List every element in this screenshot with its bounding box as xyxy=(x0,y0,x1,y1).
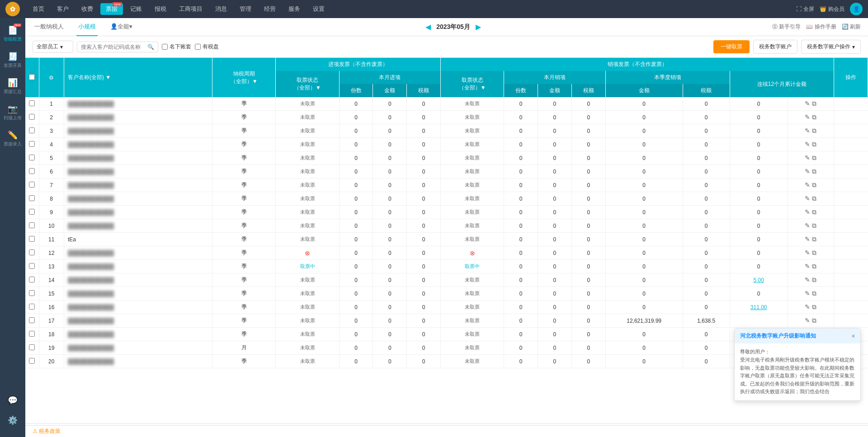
edit-icon[interactable]: ✎ xyxy=(805,141,810,148)
copy-icon[interactable]: ⧉ xyxy=(812,100,816,108)
row-checkbox[interactable] xyxy=(29,100,35,106)
copy-icon[interactable]: ⧉ xyxy=(812,249,816,257)
nav-accounting[interactable]: 记账 xyxy=(125,3,147,15)
row-checkbox[interactable] xyxy=(29,277,35,282)
row-checkbox[interactable] xyxy=(29,141,35,147)
nav-ticket[interactable]: 票据 new xyxy=(100,3,123,15)
edit-icon[interactable]: ✎ xyxy=(805,222,810,230)
edit-icon[interactable]: ✎ xyxy=(805,181,810,189)
copy-icon[interactable]: ⧉ xyxy=(812,168,816,175)
tab-general-taxpayer[interactable]: 一般纳税人 xyxy=(33,18,66,36)
edit-icon[interactable]: ✎ xyxy=(805,195,810,202)
row-checkbox[interactable] xyxy=(29,222,35,228)
row-checkbox[interactable] xyxy=(29,344,35,350)
edit-icon[interactable]: ✎ xyxy=(805,208,810,216)
nav-message[interactable]: 消息 xyxy=(210,3,232,15)
nav-customer[interactable]: 客户 xyxy=(52,3,74,15)
edit-icon[interactable]: ✎ xyxy=(805,154,810,162)
sidebar-item-gear[interactable]: ⚙️ xyxy=(6,412,19,430)
th-customer-name[interactable]: 客户名称(全部) ▼ xyxy=(64,58,212,97)
search-input[interactable] xyxy=(81,44,147,50)
prev-date-button[interactable]: ◀ xyxy=(425,23,431,31)
digital-account-button[interactable]: 税务数字账户 xyxy=(753,40,797,54)
row-checkbox[interactable] xyxy=(29,195,35,201)
row-checkbox[interactable] xyxy=(29,182,35,188)
digital-account-dropdown[interactable]: 税务数字账户操作 ▾ xyxy=(801,40,861,54)
tax-disk-checkbox[interactable] xyxy=(195,44,201,50)
copy-icon[interactable]: ⧉ xyxy=(812,263,816,270)
edit-icon[interactable]: ✎ xyxy=(805,100,810,108)
sidebar-item-summary[interactable]: 📊 票据汇总 xyxy=(0,74,25,99)
nav-tax[interactable]: 报税 xyxy=(149,3,172,15)
copy-icon[interactable]: ⧉ xyxy=(812,127,816,135)
row-checkbox[interactable] xyxy=(29,290,35,296)
sidebar-item-entry[interactable]: ✏️ 票据录入 xyxy=(0,127,25,151)
guide-link[interactable]: ⓪ 新手引导 xyxy=(772,23,801,31)
row-checkbox[interactable] xyxy=(29,358,35,364)
row-checkbox[interactable] xyxy=(29,331,35,337)
row-checkbox[interactable] xyxy=(29,317,35,323)
edit-icon[interactable]: ✎ xyxy=(805,303,810,311)
edit-icon[interactable]: ✎ xyxy=(805,168,810,175)
copy-icon[interactable]: ⧉ xyxy=(812,290,816,297)
member-button[interactable]: 👑 购会员 xyxy=(820,5,844,13)
sidebar-item-chat[interactable]: 💬 xyxy=(6,392,19,410)
next-date-button[interactable]: ▶ xyxy=(476,23,481,31)
copy-icon[interactable]: ⧉ xyxy=(812,154,816,162)
fullscreen-button[interactable]: ⛶ 全屏 xyxy=(796,5,814,13)
copy-icon[interactable]: ⧉ xyxy=(812,195,816,202)
sidebar-item-smart-ticket[interactable]: 📄 智能取票 xyxy=(0,22,25,46)
copy-icon[interactable]: ⧉ xyxy=(812,303,816,311)
tax-policy-bar[interactable]: ⚠ 税务政策 xyxy=(25,425,868,437)
sidebar-item-scan[interactable]: 📷 扫描上传 xyxy=(0,100,25,125)
row-checkbox[interactable] xyxy=(29,114,35,120)
edit-icon[interactable]: ✎ xyxy=(805,290,810,297)
row-checkbox[interactable] xyxy=(29,249,35,255)
checkbox-tax-disk[interactable]: 有税盘 xyxy=(195,43,219,51)
sub-account-checkbox[interactable] xyxy=(162,44,168,50)
sidebar-item-invoice[interactable]: 🧾 发票开具 xyxy=(0,48,25,72)
row-checkbox[interactable] xyxy=(29,209,35,215)
copy-icon[interactable]: ⧉ xyxy=(812,276,816,284)
checkbox-sub-account[interactable]: 名下账套 xyxy=(162,43,191,51)
copy-icon[interactable]: ⧉ xyxy=(812,208,816,216)
edit-icon[interactable]: ✎ xyxy=(805,263,810,270)
row-checkbox[interactable] xyxy=(29,304,35,310)
edit-icon[interactable]: ✎ xyxy=(805,249,810,257)
notification-close-button[interactable]: × xyxy=(852,333,855,339)
edit-icon[interactable]: ✎ xyxy=(805,317,810,324)
nav-manage[interactable]: 管理 xyxy=(234,3,257,15)
edit-icon[interactable]: ✎ xyxy=(805,235,810,243)
copy-icon[interactable]: ⧉ xyxy=(812,141,816,148)
nav-operation[interactable]: 经营 xyxy=(259,3,281,15)
row-checkbox[interactable] xyxy=(29,263,35,269)
select-all-checkbox[interactable] xyxy=(29,74,35,80)
nav-fee[interactable]: 收费 xyxy=(76,3,99,15)
employee-select[interactable]: 全部员工 ▾ xyxy=(33,41,73,53)
edit-icon[interactable]: ✎ xyxy=(805,276,810,284)
edit-icon[interactable]: ✎ xyxy=(805,113,810,121)
row-checkbox[interactable] xyxy=(29,127,35,133)
manual-link[interactable]: 📖 操作手册 xyxy=(806,23,836,31)
cumulative-value[interactable]: 5.00 xyxy=(753,277,764,283)
copy-icon[interactable]: ⧉ xyxy=(812,317,816,324)
row-checkbox[interactable] xyxy=(29,155,35,160)
cumulative-value[interactable]: 311.00 xyxy=(750,304,767,310)
copy-icon[interactable]: ⧉ xyxy=(812,235,816,243)
tab-all-capable[interactable]: 👤 全能 ▾ xyxy=(108,18,134,36)
search-icon[interactable]: 🔍 xyxy=(147,44,154,50)
tab-small-scale[interactable]: 小规模 xyxy=(76,18,98,36)
nav-business[interactable]: 工商项目 xyxy=(174,3,208,15)
th-tax-cycle[interactable]: 纳税周期（全部）▼ xyxy=(212,58,276,97)
edit-icon[interactable]: ✎ xyxy=(805,127,810,135)
refresh-button[interactable]: 🔄 刷新 xyxy=(842,23,861,31)
one-click-fetch-button[interactable]: 一键取票 xyxy=(713,40,750,53)
row-checkbox[interactable] xyxy=(29,168,35,174)
nav-home[interactable]: 首页 xyxy=(27,3,50,15)
nav-service[interactable]: 服务 xyxy=(283,3,306,15)
copy-icon[interactable]: ⧉ xyxy=(812,113,816,121)
th-in-status[interactable]: 取票状态（全部）▼ xyxy=(276,71,339,97)
copy-icon[interactable]: ⧉ xyxy=(812,181,816,189)
copy-icon[interactable]: ⧉ xyxy=(812,222,816,230)
nav-settings[interactable]: 设置 xyxy=(307,3,330,15)
